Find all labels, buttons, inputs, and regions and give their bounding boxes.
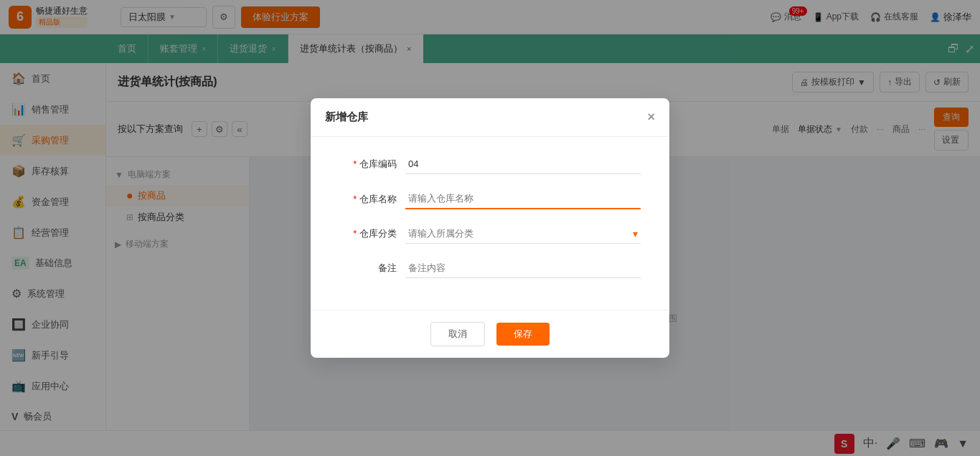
modal-body: 仓库编码 仓库名称 仓库分类 ▾ 备注 [311, 137, 669, 310]
form-row-code: 仓库编码 [339, 154, 641, 174]
modal-title: 新增仓库 [325, 110, 368, 124]
form-row-note: 备注 [339, 258, 641, 278]
form-row-name: 仓库名称 [339, 189, 641, 209]
modal-close-button[interactable]: × [647, 110, 655, 125]
category-dropdown-arrow[interactable]: ▾ [633, 228, 638, 239]
name-label: 仓库名称 [339, 193, 397, 206]
category-input[interactable] [405, 224, 641, 243]
form-row-category: 仓库分类 ▾ [339, 224, 641, 244]
modal-footer: 取消 保存 [311, 310, 669, 358]
category-label: 仓库分类 [339, 227, 397, 240]
code-input[interactable] [405, 154, 641, 174]
add-warehouse-modal: 新增仓库 × 仓库编码 仓库名称 仓库分类 ▾ [311, 98, 669, 358]
modal-header: 新增仓库 × [311, 98, 669, 137]
cancel-button[interactable]: 取消 [430, 322, 485, 346]
category-select-wrap: ▾ [405, 224, 641, 244]
note-label: 备注 [339, 262, 397, 275]
save-button[interactable]: 保存 [496, 323, 550, 346]
code-label: 仓库编码 [339, 158, 397, 171]
modal-overlay: 新增仓库 × 仓库编码 仓库名称 仓库分类 ▾ [0, 0, 980, 456]
note-input[interactable] [405, 258, 641, 278]
name-input[interactable] [405, 189, 641, 209]
